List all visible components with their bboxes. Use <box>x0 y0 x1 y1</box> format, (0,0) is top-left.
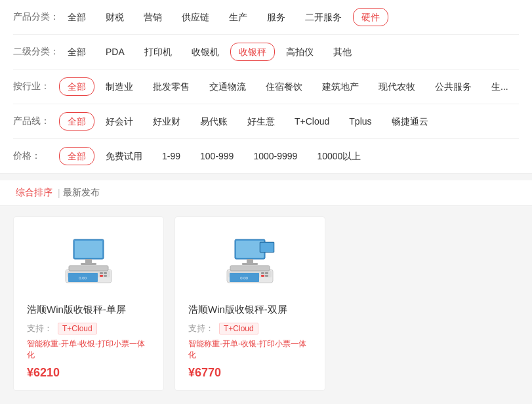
sub-other[interactable]: 其他 <box>325 43 360 61</box>
product-name-2: 浩顺Win版收银秤-双屏 <box>188 304 312 316</box>
filter-section: 产品分类： 全部 财税 营销 供应链 生产 服务 二开服务 硬件 二级分类： 全… <box>0 0 532 174</box>
svg-rect-7 <box>100 272 103 274</box>
cat-production[interactable]: 生产 <box>220 8 256 26</box>
product-svg-2: 0.00 <box>220 233 279 293</box>
svg-rect-21 <box>265 272 268 274</box>
svg-text:0.00: 0.00 <box>79 276 87 280</box>
product-desc-2: 智能称重-开单-收银-打印小票一体化 <box>188 338 312 361</box>
svg-rect-9 <box>100 275 103 277</box>
cat-all[interactable]: 全部 <box>59 8 94 26</box>
line-tcloud[interactable]: T+Cloud <box>286 112 338 131</box>
sort-latest[interactable]: 最新发布 <box>63 187 100 199</box>
price-10000plus[interactable]: 10000以上 <box>308 147 369 165</box>
line-hsheng[interactable]: 好生意 <box>239 112 283 131</box>
support-tag-1: T+Cloud <box>58 323 97 334</box>
sub-highshoot[interactable]: 高拍仪 <box>277 43 322 61</box>
sub-printer[interactable]: 打印机 <box>136 43 180 61</box>
svg-rect-23 <box>265 275 268 277</box>
line-changjie[interactable]: 畅捷通云 <box>383 112 437 131</box>
product-line-row: 产品线： 全部 好会计 好业财 易代账 好生意 T+Cloud Tplus 畅捷… <box>13 104 519 139</box>
svg-rect-1 <box>75 241 102 258</box>
svg-rect-6 <box>69 266 108 271</box>
svg-rect-20 <box>261 272 264 274</box>
sub-category-label: 二级分类： <box>13 46 59 58</box>
svg-rect-10 <box>104 275 107 277</box>
industry-label: 按行业： <box>13 81 59 92</box>
price-label: 价格： <box>13 150 59 162</box>
product-price-2: ¥6770 <box>188 366 312 380</box>
svg-rect-14 <box>236 241 264 258</box>
product-support-1: 支持： T+Cloud <box>27 323 150 334</box>
ind-manufacture[interactable]: 制造业 <box>97 77 142 96</box>
svg-rect-3 <box>81 263 96 265</box>
support-tag-2: T+Cloud <box>219 323 258 334</box>
product-grid: 0.00 浩顺Win版收银秤-单屏 支持： T+Cloud 智能称重-开单-收银… <box>0 206 532 401</box>
product-desc-1: 智能称重-开单-收银-打印小票一体化 <box>27 338 150 361</box>
svg-rect-2 <box>85 259 92 263</box>
cat-hardware[interactable]: 硬件 <box>353 8 388 26</box>
sort-comprehensive[interactable]: 综合排序 <box>13 187 55 199</box>
product-card-1[interactable]: 0.00 浩顺Win版收银秤-单屏 支持： T+Cloud 智能称重-开单-收银… <box>13 216 164 391</box>
ind-construction[interactable]: 建筑地产 <box>314 77 367 96</box>
price-row: 价格： 全部 免费试用 1-99 100-999 1000-9999 10000… <box>13 139 519 173</box>
svg-rect-22 <box>261 275 264 277</box>
product-line-label: 产品线： <box>13 115 59 127</box>
line-ydai[interactable]: 易代账 <box>192 112 236 131</box>
sub-cashier[interactable]: 收银机 <box>183 43 228 61</box>
product-image-1: 0.00 <box>27 230 150 296</box>
ind-public[interactable]: 公共服务 <box>426 77 480 96</box>
product-svg-1: 0.00 <box>59 233 118 293</box>
cat-secondary[interactable]: 二开服务 <box>297 8 350 26</box>
line-all[interactable]: 全部 <box>59 112 94 131</box>
cat-tax[interactable]: 财税 <box>97 8 133 26</box>
price-items: 全部 免费试用 1-99 100-999 1000-9999 10000以上 <box>59 147 519 165</box>
price-1-99[interactable]: 1-99 <box>153 147 189 165</box>
svg-rect-19 <box>230 266 270 271</box>
svg-rect-27 <box>260 243 274 252</box>
sub-category-items: 全部 PDA 打印机 收银机 收银秤 高拍仪 其他 <box>59 43 519 61</box>
product-card-2[interactable]: 0.00 浩顺Win版收银秤-双屏 支持： T+Cloud 智能称重-开单-收银… <box>174 216 325 391</box>
sub-pda[interactable]: PDA <box>97 43 133 61</box>
industry-items: 全部 制造业 批发零售 交通物流 住宿餐饮 建筑地产 现代农牧 公共服务 生..… <box>59 77 519 96</box>
ind-logistics[interactable]: 交通物流 <box>201 77 255 96</box>
product-category-row: 产品分类： 全部 财税 营销 供应链 生产 服务 二开服务 硬件 <box>13 0 519 35</box>
svg-rect-8 <box>104 272 107 274</box>
cat-supply[interactable]: 供应链 <box>173 8 218 26</box>
ind-hotel[interactable]: 住宿餐饮 <box>257 77 311 96</box>
svg-text:0.00: 0.00 <box>240 276 248 280</box>
sort-divider: | <box>58 188 60 198</box>
cat-marketing[interactable]: 营销 <box>135 8 171 26</box>
product-line-items: 全部 好会计 好业财 易代账 好生意 T+Cloud Tplus 畅捷通云 <box>59 112 519 131</box>
product-image-2: 0.00 <box>188 230 312 296</box>
ind-agriculture[interactable]: 现代农牧 <box>370 77 424 96</box>
line-hcai[interactable]: 好业财 <box>144 112 189 131</box>
ind-all[interactable]: 全部 <box>59 77 94 96</box>
product-support-2: 支持： T+Cloud <box>188 323 312 334</box>
line-tplus[interactable]: Tplus <box>340 112 380 131</box>
ind-wholesale[interactable]: 批发零售 <box>144 77 198 96</box>
industry-row: 按行业： 全部 制造业 批发零售 交通物流 住宿餐饮 建筑地产 现代农牧 公共服… <box>13 70 519 104</box>
sort-bar: 综合排序 | 最新发布 <box>0 180 532 206</box>
sub-all[interactable]: 全部 <box>59 43 94 61</box>
cat-service[interactable]: 服务 <box>258 8 294 26</box>
price-1000-9999[interactable]: 1000-9999 <box>245 147 306 165</box>
support-label-1: 支持： <box>27 323 52 334</box>
support-label-2: 支持： <box>188 323 214 334</box>
product-category-label: 产品分类： <box>13 11 59 23</box>
sub-category-row: 二级分类： 全部 PDA 打印机 收银机 收银秤 高拍仪 其他 <box>13 35 519 70</box>
product-category-items: 全部 财税 营销 供应链 生产 服务 二开服务 硬件 <box>59 8 519 26</box>
price-100-999[interactable]: 100-999 <box>192 147 242 165</box>
svg-rect-16 <box>242 263 258 265</box>
price-free[interactable]: 免费试用 <box>97 147 151 165</box>
ind-life[interactable]: 生... <box>483 77 517 96</box>
sub-scale[interactable]: 收银秤 <box>230 43 275 61</box>
product-price-1: ¥6210 <box>27 366 150 380</box>
product-name-1: 浩顺Win版收银秤-单屏 <box>27 304 150 316</box>
line-hkuai[interactable]: 好会计 <box>97 112 142 131</box>
svg-rect-15 <box>247 259 253 263</box>
price-all[interactable]: 全部 <box>59 147 94 165</box>
